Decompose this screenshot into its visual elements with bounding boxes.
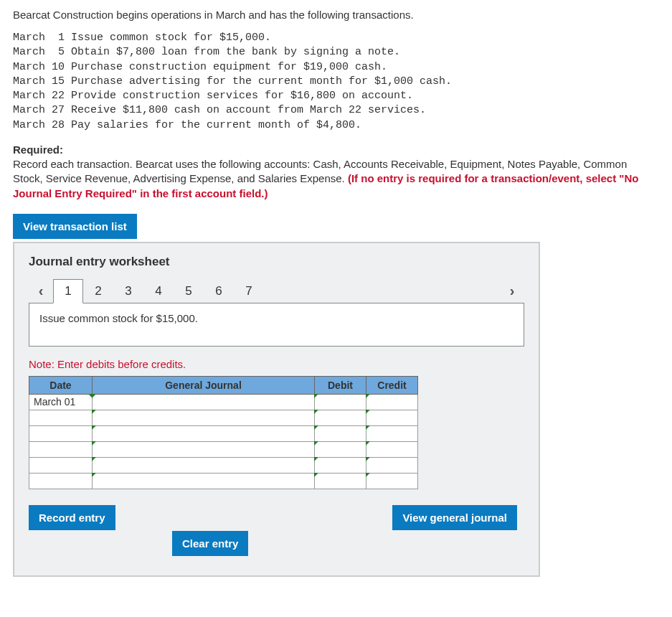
date-cell[interactable]: March 01 [29,394,93,410]
tab-1[interactable]: 1 [53,279,83,303]
journal-table: Date General Journal Debit Credit March … [29,376,418,489]
col-header-debit: Debit [315,376,366,394]
dropdown-indicator-icon [314,425,318,430]
record-entry-button[interactable]: Record entry [29,505,115,530]
credit-cell[interactable] [366,394,418,410]
credit-cell[interactable] [366,457,418,473]
dropdown-indicator-icon [92,394,96,398]
table-row: March 01 [29,394,418,410]
note-text: Note: Enter debits before credits. [29,358,524,370]
dropdown-indicator-icon [92,473,96,477]
date-cell[interactable] [29,457,93,473]
table-row [29,410,418,425]
date-cell[interactable] [29,410,93,425]
debit-cell[interactable] [315,457,366,473]
transaction-description: Issue common stock for $15,000. [29,303,524,347]
general-journal-cell[interactable] [93,394,315,410]
table-row [29,473,418,489]
tab-2[interactable]: 2 [83,279,113,303]
dropdown-indicator-icon [314,410,318,414]
dropdown-indicator-icon [314,441,318,446]
date-cell[interactable] [29,441,93,457]
date-cell[interactable] [29,473,93,489]
required-block: Required: Record each transaction. Bearc… [13,143,659,201]
debit-cell[interactable] [315,394,366,410]
intro-text: Bearcat Construction begins operations i… [13,9,659,21]
dropdown-indicator-icon [92,457,96,461]
general-journal-cell[interactable] [93,425,315,441]
tab-row: ‹ 1234567 › [29,279,524,303]
prev-arrow-icon[interactable]: ‹ [29,279,53,303]
dropdown-indicator-icon [366,457,370,461]
col-header-credit: Credit [366,376,418,394]
required-label: Required: [13,143,63,156]
general-journal-cell[interactable] [93,457,315,473]
tab-3[interactable]: 3 [113,279,143,303]
tab-4[interactable]: 4 [143,279,174,303]
tab-6[interactable]: 6 [204,279,234,303]
dropdown-indicator-icon [92,441,96,446]
view-general-journal-button[interactable]: View general journal [392,505,517,530]
dropdown-indicator-icon [314,457,318,461]
clear-entry-button[interactable]: Clear entry [172,531,248,556]
dropdown-indicator-icon [314,473,318,477]
general-journal-cell[interactable] [93,410,315,425]
col-header-journal: General Journal [93,376,315,394]
transaction-list-text: March 1 Issue common stock for $15,000. … [13,31,659,133]
view-transaction-list-button[interactable]: View transaction list [13,214,137,239]
dropdown-indicator-icon [92,425,96,430]
debit-cell[interactable] [315,473,366,489]
dropdown-indicator-icon [366,394,370,398]
dropdown-indicator-icon [314,394,318,398]
button-row: Record entry View general journal Clear … [29,505,524,558]
table-row [29,441,418,457]
dropdown-indicator-icon [366,441,370,446]
debit-cell[interactable] [315,425,366,441]
tab-5[interactable]: 5 [174,279,204,303]
dropdown-indicator-icon [366,410,370,414]
credit-cell[interactable] [366,441,418,457]
tab-7[interactable]: 7 [234,279,264,303]
dropdown-indicator-icon [366,425,370,430]
general-journal-cell[interactable] [93,473,315,489]
col-header-date: Date [29,376,93,394]
credit-cell[interactable] [366,473,418,489]
date-cell[interactable] [29,425,93,441]
table-row [29,425,418,441]
worksheet-title: Journal entry worksheet [29,255,524,269]
debit-cell[interactable] [315,441,366,457]
credit-cell[interactable] [366,425,418,441]
tabs-container: 1234567 [53,279,264,303]
credit-cell[interactable] [366,410,418,425]
general-journal-cell[interactable] [93,441,315,457]
debit-cell[interactable] [315,410,366,425]
next-arrow-icon[interactable]: › [500,279,524,303]
table-row [29,457,418,473]
dropdown-indicator-icon [366,473,370,477]
journal-worksheet-panel: Journal entry worksheet ‹ 1234567 › Issu… [13,242,540,577]
dropdown-indicator-icon [92,410,96,414]
